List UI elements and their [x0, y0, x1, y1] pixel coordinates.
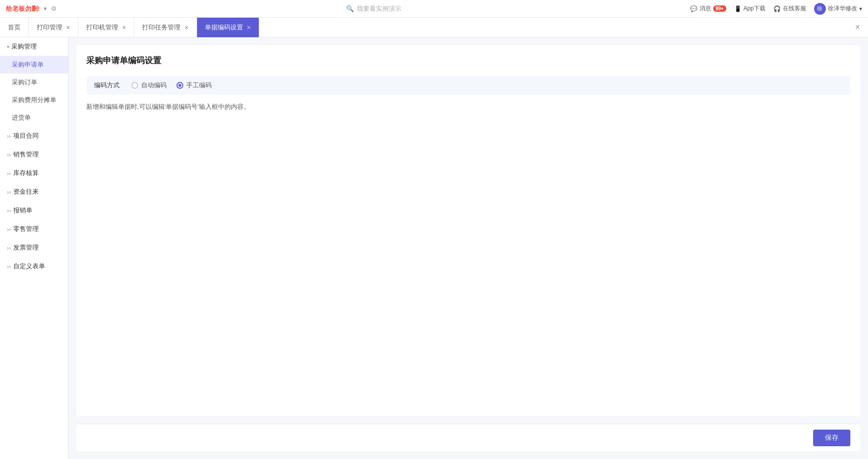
- tab-print-mgmt[interactable]: 打印管理 ×: [29, 18, 78, 37]
- sidebar-group-custom-form-label: 自定义表单: [13, 262, 45, 271]
- online-service-btn[interactable]: 🎧 在线客服: [773, 4, 806, 13]
- app-logo: 给老板勿删!: [6, 4, 40, 13]
- message-icon: 💬: [690, 5, 697, 12]
- retail-arrow: ›: [7, 226, 11, 233]
- content-footer: 保存: [76, 424, 860, 451]
- tab-print-task[interactable]: 打印任务管理 ×: [134, 18, 197, 37]
- sidebar-group-capital[interactable]: › 资金往来: [0, 182, 68, 201]
- tab-bar-close-all[interactable]: ×: [847, 18, 868, 37]
- tab-home[interactable]: 首页: [0, 18, 29, 37]
- auto-code-radio[interactable]: [131, 82, 138, 89]
- app-icon: 📱: [734, 5, 742, 12]
- tab-print-task-label: 打印任务管理: [142, 23, 180, 32]
- radio-group: 自动编码 手工编码: [131, 81, 212, 90]
- capital-arrow: ›: [7, 188, 11, 196]
- inventory-arrow: ›: [7, 170, 11, 177]
- top-bar: 给老板勿删! ⚙ 🔍 我要看实例演示 💬 消息 99+ 📱 App下载 🎧 在线…: [0, 0, 868, 18]
- encoding-row: 编码方式 自动编码 手工编码: [86, 76, 850, 95]
- sidebar-group-returns-label: 报销单: [13, 206, 32, 215]
- sidebar-group-purchase-label: 采购管理: [11, 42, 37, 51]
- top-bar-right: 💬 消息 99+ 📱 App下载 🎧 在线客服 徐 徐泽华修改: [690, 3, 862, 15]
- tab-print-task-close[interactable]: ×: [184, 24, 188, 31]
- sidebar-group-retail-label: 零售管理: [13, 225, 39, 233]
- dropdown-icon[interactable]: [44, 5, 47, 12]
- sidebar-group-inventory-label: 库存核算: [13, 169, 39, 178]
- service-icon: 🎧: [773, 5, 781, 12]
- encoding-method-label: 编码方式: [94, 81, 120, 90]
- sidebar-group-project[interactable]: › 项目合同: [0, 127, 68, 145]
- sidebar-item-purchase-order-label: 采购订单: [12, 78, 37, 86]
- settings-icon[interactable]: ⚙: [51, 5, 57, 12]
- manual-code-label: 手工编码: [186, 81, 212, 90]
- sidebar-group-retail[interactable]: › 零售管理: [0, 220, 68, 238]
- auto-code-option[interactable]: 自动编码: [131, 81, 167, 90]
- sidebar-item-goods-receipt-label: 进货单: [12, 114, 31, 121]
- sidebar-item-purchase-request-label: 采购申请单: [12, 61, 44, 68]
- sidebar-item-purchase-expense[interactable]: 采购费用分摊单: [0, 91, 68, 109]
- tab-single-code-label: 单据编码设置: [205, 23, 243, 32]
- tab-single-code-close[interactable]: ×: [247, 24, 251, 31]
- purchase-arrow: ▾: [7, 44, 9, 50]
- message-badge: 99+: [713, 5, 726, 12]
- sidebar-group-capital-label: 资金往来: [13, 187, 39, 196]
- sidebar-item-purchase-expense-label: 采购费用分摊单: [12, 96, 56, 103]
- sidebar-group-custom-form[interactable]: › 自定义表单: [0, 257, 68, 276]
- returns-arrow: ›: [7, 207, 11, 214]
- sales-arrow: ›: [7, 151, 11, 158]
- auto-code-label: 自动编码: [141, 81, 167, 90]
- top-bar-center: 🔍 我要看实例演示: [346, 4, 401, 13]
- sidebar-group-project-label: 项目合同: [13, 131, 39, 140]
- sidebar-group-sales-label: 销售管理: [13, 150, 39, 159]
- manual-code-option[interactable]: 手工编码: [176, 81, 212, 90]
- sidebar-group-inventory[interactable]: › 库存核算: [0, 164, 68, 182]
- message-btn[interactable]: 💬 消息 99+: [690, 4, 726, 13]
- tab-home-label: 首页: [8, 23, 21, 32]
- tab-printer-mgmt-close[interactable]: ×: [122, 24, 126, 31]
- sidebar-group-sales[interactable]: › 销售管理: [0, 145, 68, 164]
- sidebar-item-goods-receipt[interactable]: 进货单: [0, 109, 68, 127]
- user-dropdown-icon: [859, 5, 862, 12]
- user-menu[interactable]: 徐 徐泽华修改: [814, 3, 862, 15]
- top-bar-left: 给老板勿删! ⚙: [6, 4, 57, 13]
- main-layout: ▾ 采购管理 采购申请单 采购订单 采购费用分摊单 进货单 › 项目合同 › 销…: [0, 37, 868, 459]
- manual-code-radio[interactable]: [176, 82, 183, 89]
- username-label: 徐泽华修改: [828, 4, 857, 13]
- page-title: 采购申请单编码设置: [86, 55, 850, 66]
- sidebar-group-returns[interactable]: › 报销单: [0, 201, 68, 220]
- avatar: 徐: [814, 3, 826, 15]
- content-main: 采购申请单编码设置 编码方式 自动编码 手工编码 新增和编辑单据时,可以编辑'单…: [76, 45, 860, 416]
- search-text: 我要看实例演示: [357, 4, 401, 13]
- hint-text: 新增和编辑单据时,可以编辑'单据编码号'输入框中的内容。: [86, 102, 850, 111]
- sidebar-item-purchase-order[interactable]: 采购订单: [0, 74, 68, 91]
- message-label: 消息: [699, 4, 711, 13]
- custom-form-arrow: ›: [7, 263, 11, 270]
- save-button[interactable]: 保存: [813, 430, 850, 446]
- sidebar-group-invoice-label: 发票管理: [13, 243, 39, 252]
- tab-print-mgmt-label: 打印管理: [37, 23, 62, 32]
- project-arrow: ›: [7, 132, 11, 140]
- invoice-arrow: ›: [7, 244, 11, 252]
- sidebar-item-purchase-request[interactable]: 采购申请单: [0, 56, 68, 74]
- tab-print-mgmt-close[interactable]: ×: [66, 24, 70, 31]
- sidebar-group-invoice[interactable]: › 发票管理: [0, 238, 68, 257]
- app-download-label: App下载: [744, 4, 766, 13]
- sidebar-group-purchase[interactable]: ▾ 采购管理: [0, 37, 68, 56]
- app-download-btn[interactable]: 📱 App下载: [734, 4, 766, 13]
- tab-printer-mgmt-label: 打印机管理: [86, 23, 118, 32]
- online-service-label: 在线客服: [783, 4, 806, 13]
- search-icon: 🔍: [346, 5, 354, 12]
- tab-printer-mgmt[interactable]: 打印机管理 ×: [78, 18, 134, 37]
- tab-bar: 首页 打印管理 × 打印机管理 × 打印任务管理 × 单据编码设置 × ×: [0, 18, 868, 37]
- tab-single-code[interactable]: 单据编码设置 ×: [197, 18, 259, 37]
- content-area: 采购申请单编码设置 编码方式 自动编码 手工编码 新增和编辑单据时,可以编辑'单…: [69, 37, 868, 459]
- sidebar: ▾ 采购管理 采购申请单 采购订单 采购费用分摊单 进货单 › 项目合同 › 销…: [0, 37, 69, 459]
